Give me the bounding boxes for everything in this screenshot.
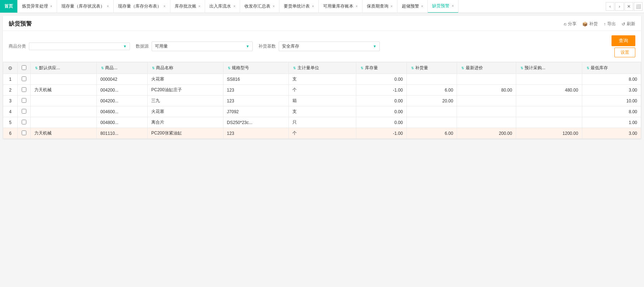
sort-icon[interactable]: ⇅ xyxy=(228,66,231,70)
row-checkbox[interactable] xyxy=(22,98,26,103)
row-checkbox[interactable] xyxy=(22,120,26,124)
refresh-button[interactable]: ↺ 刷新 xyxy=(622,21,635,27)
row-stock: -1.00 xyxy=(356,128,406,139)
filter-bar: 商品分类 ▼ 数据源 可用量 ▼ 补货基数 安全库存 ▼ 查询 设置 xyxy=(3,31,641,62)
row-checkbox-cell xyxy=(18,85,31,96)
sort-icon[interactable]: ⇅ xyxy=(361,66,364,70)
row-name: 离合片 xyxy=(147,117,223,128)
sort-icon[interactable]: ⇅ xyxy=(101,66,104,70)
share-button[interactable]: ⎋ 分享 xyxy=(564,21,576,27)
sort-icon[interactable]: ⇅ xyxy=(35,66,38,70)
export-button[interactable]: ↑ 导出 xyxy=(604,21,616,27)
row-est-purchase xyxy=(516,117,582,128)
nav-maximize-button[interactable]: ⬜ xyxy=(634,2,643,11)
close-icon[interactable]: × xyxy=(107,4,109,8)
category-label: 商品分类 xyxy=(9,43,26,49)
select-all-checkbox[interactable] xyxy=(22,65,26,70)
close-icon[interactable]: × xyxy=(312,4,314,8)
row-name: PC200油缸庄子 xyxy=(147,85,223,96)
tab-1[interactable]: 炼货异常处理 × xyxy=(18,0,57,13)
nav-prev-button[interactable]: ‹ xyxy=(606,2,614,11)
row-est-purchase xyxy=(516,74,582,85)
close-icon[interactable]: × xyxy=(199,4,201,8)
row-spec: SS816 xyxy=(223,74,289,85)
row-unit: 箱 xyxy=(289,96,356,106)
tab-9[interactable]: 保质期查询 × xyxy=(362,0,397,13)
row-checkbox[interactable] xyxy=(22,76,26,81)
close-icon[interactable]: × xyxy=(164,4,166,8)
replenish-base-label: 补货基数 xyxy=(258,43,276,49)
row-checkbox-cell xyxy=(18,96,31,106)
close-icon[interactable]: × xyxy=(233,4,235,8)
sort-icon[interactable]: ⇅ xyxy=(152,66,155,70)
close-icon[interactable]: × xyxy=(356,4,358,8)
row-supplier: 力天机械 xyxy=(31,85,97,96)
row-supplier xyxy=(31,96,97,106)
row-unit: 只 xyxy=(289,117,356,128)
nav-next-button[interactable]: › xyxy=(615,2,624,11)
query-button[interactable]: 查询 xyxy=(612,35,635,46)
row-est-purchase xyxy=(516,106,582,117)
replenish-button[interactable]: 📦 补货 xyxy=(582,21,598,27)
sort-icon[interactable]: ⇅ xyxy=(461,66,464,70)
close-icon[interactable]: × xyxy=(391,4,393,8)
row-spec: 123 xyxy=(223,96,289,106)
category-select[interactable]: ▼ xyxy=(29,43,130,50)
tab-6[interactable]: 收发存汇总表 × xyxy=(240,0,279,13)
row-latest-price: 80.00 xyxy=(457,85,516,96)
row-unit: 支 xyxy=(289,106,356,117)
tab-11[interactable]: 缺货预警 × xyxy=(428,0,458,13)
col-header-name: ⇅ 商品名称 xyxy=(147,62,223,74)
row-code: 004200... xyxy=(97,96,148,106)
close-icon[interactable]: × xyxy=(50,4,52,8)
row-checkbox[interactable] xyxy=(22,131,26,135)
row-spec: J7092 xyxy=(223,106,289,117)
table-header-row: ⚙ ⇅ 默认供应... ⇅ 商品... ⇅ 商品名称 xyxy=(3,62,641,74)
tab-home[interactable]: 首页 xyxy=(0,0,18,13)
row-latest-price xyxy=(457,106,516,117)
row-stock: 0.00 xyxy=(356,74,406,85)
nav-close-button[interactable]: ✕ xyxy=(625,2,633,11)
row-name: 三九 xyxy=(147,96,223,106)
tab-5[interactable]: 出入库流水 × xyxy=(205,0,240,13)
row-stock: 0.00 xyxy=(356,106,406,117)
row-supplier xyxy=(31,117,97,128)
sort-icon[interactable]: ⇅ xyxy=(293,66,296,70)
sort-icon[interactable]: ⇅ xyxy=(587,66,589,70)
tab-2[interactable]: 现存量（库存状况表） × xyxy=(57,0,114,13)
row-est-purchase: 1200.00 xyxy=(516,128,582,139)
row-name: 火花塞 xyxy=(147,74,223,85)
tab-7[interactable]: 要货单统计表 × xyxy=(279,0,319,13)
export-icon: ↑ xyxy=(604,22,606,27)
tab-8[interactable]: 可用量库存账本 × xyxy=(319,0,362,13)
row-latest-price xyxy=(457,96,516,106)
close-icon[interactable]: × xyxy=(421,4,423,8)
row-name: PC200张紧油缸 xyxy=(147,128,223,139)
tab-4[interactable]: 库存批次账 × xyxy=(170,0,205,13)
close-icon[interactable]: × xyxy=(452,4,454,8)
header-actions: ⎋ 分享 📦 补货 ↑ 导出 ↺ 刷新 xyxy=(564,21,635,27)
tab-3[interactable]: 现存量（库存分布表） × xyxy=(114,0,170,13)
chevron-down-icon: ▼ xyxy=(123,44,127,48)
row-min-stock: 1.00 xyxy=(582,117,641,128)
tab-10[interactable]: 超储预警 × xyxy=(397,0,428,13)
row-checkbox[interactable] xyxy=(22,87,26,92)
row-stock: 0.00 xyxy=(356,117,406,128)
page-title: 缺货预警 xyxy=(9,20,564,28)
settings-icon[interactable]: ⚙ xyxy=(8,65,13,71)
row-code: 004600... xyxy=(97,106,148,117)
col-header-replenish: ⇅ 补货量 xyxy=(406,62,457,74)
row-checkbox[interactable] xyxy=(22,109,26,114)
settings-button[interactable]: 设置 xyxy=(614,48,635,57)
row-replenish: 6.00 xyxy=(406,85,457,96)
datasource-filter: 数据源 可用量 ▼ xyxy=(136,41,253,51)
replenish-base-select[interactable]: 安全库存 ▼ xyxy=(279,41,380,51)
sort-icon[interactable]: ⇅ xyxy=(411,66,414,70)
row-supplier: 力天机械 xyxy=(31,128,97,139)
row-est-purchase: 480.00 xyxy=(516,85,582,96)
close-icon[interactable]: × xyxy=(273,4,275,8)
sort-icon[interactable]: ⇅ xyxy=(521,66,523,70)
settings-column-header: ⚙ xyxy=(3,62,18,74)
datasource-select[interactable]: 可用量 ▼ xyxy=(152,41,253,51)
row-stock: 0.00 xyxy=(356,96,406,106)
